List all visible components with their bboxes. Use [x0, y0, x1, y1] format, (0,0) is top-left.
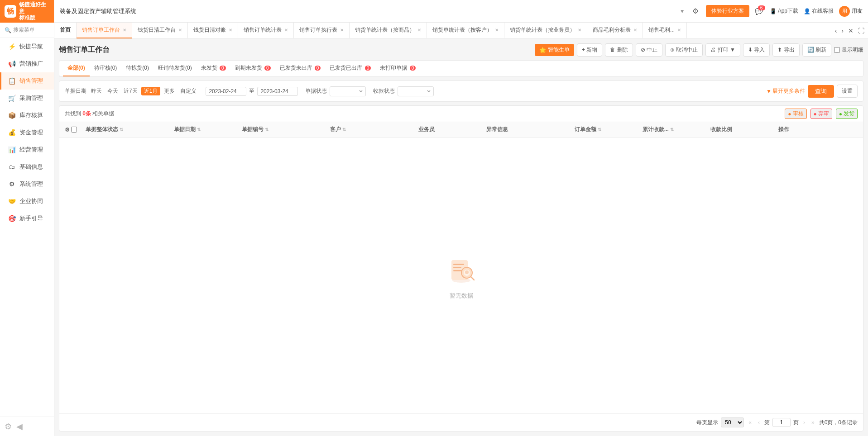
- settings-button[interactable]: 设置: [837, 85, 858, 98]
- tab-sales-workbench-close[interactable]: ✕: [123, 28, 126, 33]
- search-menu[interactable]: 🔍 搜索菜单: [0, 23, 54, 38]
- tab-daily-clear[interactable]: 钱货日清工作台 ✕: [132, 23, 188, 38]
- tab-sales-exec[interactable]: 销售订单执行表 ✕: [294, 23, 350, 38]
- tab-sales-stats-close[interactable]: ✕: [284, 28, 288, 33]
- industry-solution-button[interactable]: 体验行业方案: [706, 5, 749, 17]
- th-customer[interactable]: 客户 ⇅: [326, 126, 415, 133]
- tab-reconciliation[interactable]: 钱货日清对账 ✕: [188, 23, 238, 38]
- th-amount[interactable]: 订单金额 ⇅: [571, 126, 639, 133]
- th-num[interactable]: 单据编号 ⇅: [238, 126, 326, 133]
- th-num-sort[interactable]: ⇅: [265, 127, 269, 132]
- user-menu[interactable]: 用 用友: [839, 6, 863, 17]
- th-customer-sort[interactable]: ⇅: [342, 127, 346, 132]
- sidebar-item-sales[interactable]: 📋 销售管理: [0, 72, 54, 90]
- date-to-input[interactable]: [257, 87, 298, 96]
- th-collected[interactable]: 累计收款... ⇅: [639, 126, 707, 133]
- tab-sales-by-staff-close[interactable]: ✕: [578, 28, 581, 33]
- page-input[interactable]: [772, 418, 791, 427]
- date-btn-7days[interactable]: 近7天: [122, 87, 139, 95]
- show-detail-checkbox[interactable]: [834, 47, 840, 53]
- th-collected-sort[interactable]: ⇅: [670, 127, 674, 132]
- date-btn-yesterday[interactable]: 昨天: [89, 87, 104, 95]
- message-icon[interactable]: 💬 6: [755, 8, 762, 15]
- import-button[interactable]: ⬇ 导入: [743, 43, 770, 57]
- th-date[interactable]: 单据日期 ⇅: [170, 126, 238, 133]
- app-download-link[interactable]: 📱 App下载: [770, 7, 798, 15]
- page-first-btn[interactable]: «: [747, 418, 753, 427]
- select-all-checkbox[interactable]: [71, 127, 77, 133]
- date-btn-1month[interactable]: 近1月: [141, 87, 161, 95]
- sidebar-item-marketing[interactable]: 📢 营销推广: [0, 55, 54, 72]
- date-btn-today[interactable]: 今天: [106, 87, 120, 95]
- tabs-next-icon[interactable]: ›: [839, 26, 845, 35]
- sidebar-item-quicknav[interactable]: ⚡ 快捷导航: [0, 38, 54, 55]
- sidebar-item-finance[interactable]: 💰 资金管理: [0, 124, 54, 141]
- add-button[interactable]: + 新增: [577, 43, 602, 57]
- settings-icon[interactable]: ⚙: [5, 422, 12, 431]
- filter-tab-pending-review[interactable]: 待审核(0): [90, 61, 122, 76]
- revoke-button[interactable]: ● 弃审: [810, 109, 832, 119]
- cancel-stop-button[interactable]: ⊙ 取消中止: [665, 43, 703, 57]
- tab-sales-by-staff[interactable]: 销货单统计表（按业务员） ✕: [504, 23, 587, 38]
- page-size-select[interactable]: 50 20 100: [721, 417, 744, 427]
- tab-sales-by-product-close[interactable]: ✕: [417, 28, 421, 33]
- status-select[interactable]: [330, 86, 366, 96]
- tabs-fullscreen-icon[interactable]: ⛶: [856, 26, 866, 35]
- tabs-prev-icon[interactable]: ‹: [833, 26, 839, 35]
- tab-sales-stats[interactable]: 销售订单统计表 ✕: [238, 23, 294, 38]
- tab-sales-margin[interactable]: 销售毛利... ✕: [643, 23, 687, 38]
- audit-button[interactable]: ● 审核: [785, 109, 806, 119]
- filter-tab-pending-pick[interactable]: 待拣货(0): [121, 61, 153, 76]
- filter-tab-all[interactable]: 全部(0): [63, 61, 90, 76]
- filter-tab-unshipped[interactable]: 未发货 0: [197, 61, 230, 76]
- date-btn-custom[interactable]: 自定义: [178, 87, 198, 95]
- online-service-link[interactable]: 👤 在线客服: [804, 7, 834, 15]
- tab-sales-margin-close[interactable]: ✕: [677, 28, 681, 33]
- sidebar-item-operations[interactable]: 📊 经营管理: [0, 141, 54, 158]
- show-detail-checkbox-label[interactable]: 显示明细: [834, 46, 863, 54]
- tab-sales-exec-close[interactable]: ✕: [340, 28, 344, 33]
- tab-margin-analysis-close[interactable]: ✕: [633, 28, 637, 33]
- collapse-icon[interactable]: ◀: [16, 422, 23, 431]
- filter-tab-wangpu[interactable]: 旺铺待发货(0): [153, 61, 197, 76]
- refresh-button[interactable]: 🔄 刷新: [802, 43, 831, 57]
- export-button[interactable]: ⬆ 导出: [772, 43, 799, 57]
- delete-button[interactable]: 🗑 删除: [605, 43, 633, 57]
- tab-reconciliation-close[interactable]: ✕: [229, 28, 232, 33]
- date-from-input[interactable]: [206, 87, 246, 96]
- payment-select[interactable]: [398, 86, 434, 96]
- filter-tab-unprinted[interactable]: 未打印单据 0: [375, 61, 420, 76]
- date-btn-more[interactable]: 更多: [162, 87, 177, 95]
- ship-button[interactable]: ● 发货: [836, 109, 858, 119]
- sidebar-item-basic[interactable]: 🗂 基础信息: [0, 158, 54, 175]
- print-button[interactable]: 🖨 打印 ▼: [705, 43, 740, 57]
- tab-home[interactable]: 首页: [54, 23, 77, 38]
- tab-sales-by-customer[interactable]: 销货单统计表（按客户） ✕: [427, 23, 504, 38]
- sidebar-item-purchase[interactable]: 🛒 采购管理: [0, 90, 54, 107]
- page-prev-btn[interactable]: ‹: [756, 418, 762, 427]
- page-next-btn[interactable]: ›: [801, 418, 807, 427]
- smart-create-button[interactable]: 🌟 智能生单: [535, 44, 574, 56]
- filter-tab-shipped-not-out[interactable]: 已发货未出库 0: [275, 61, 326, 76]
- topbar-settings-icon[interactable]: ⚙: [692, 7, 699, 15]
- sidebar-item-guide[interactable]: 🎯 新手引导: [0, 210, 54, 227]
- tab-margin-analysis[interactable]: 商品毛利分析表 ✕: [587, 23, 643, 38]
- filter-tab-overdue-unshipped[interactable]: 到期未发货 0: [230, 61, 275, 76]
- tab-sales-by-customer-close[interactable]: ✕: [495, 28, 499, 33]
- tab-sales-workbench[interactable]: 销售订单工作台 ✕: [77, 23, 132, 38]
- tab-daily-clear-close[interactable]: ✕: [178, 28, 182, 33]
- th-status-sort[interactable]: ⇅: [120, 127, 123, 132]
- settings-icon-th[interactable]: ⚙: [65, 127, 70, 133]
- query-button[interactable]: 查询: [808, 85, 834, 98]
- expand-conditions-button[interactable]: ▼ 展开更多条件: [766, 87, 805, 95]
- sidebar-item-inventory[interactable]: 📦 库存核算: [0, 107, 54, 124]
- th-date-sort[interactable]: ⇅: [197, 127, 201, 132]
- filter-tab-shipped-out[interactable]: 已发货已出库 0: [325, 61, 375, 76]
- th-status[interactable]: 单据整体状态 ⇅: [82, 126, 170, 133]
- tab-sales-by-product[interactable]: 销货单统计表（按商品） ✕: [350, 23, 427, 38]
- tabs-close-all-icon[interactable]: ✕: [846, 26, 855, 35]
- th-amount-sort[interactable]: ⇅: [598, 127, 601, 132]
- stop-button[interactable]: ⊘ 中止: [636, 43, 662, 57]
- sidebar-item-enterprise[interactable]: 🤝 企业协同: [0, 193, 54, 210]
- page-last-btn[interactable]: »: [810, 418, 816, 427]
